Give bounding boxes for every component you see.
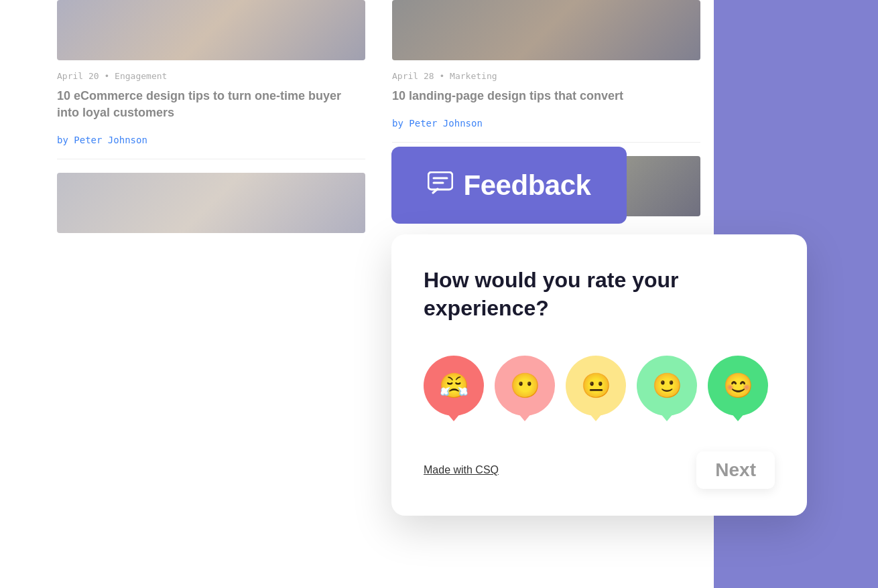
emoji-very-satisfied[interactable]: 😊 xyxy=(708,356,768,416)
blog-post-3-preview xyxy=(57,173,365,233)
emoji-satisfied[interactable]: 🙂 xyxy=(637,356,697,416)
blog-author-2: by Peter Johnson xyxy=(392,118,700,129)
modal-question: How would you rate your experience? xyxy=(424,267,775,322)
blog-left-column: April 20 • Engagement 10 eCommerce desig… xyxy=(44,0,379,588)
next-button[interactable]: Next xyxy=(696,451,775,489)
blog-title-1: 10 eCommerce design tips to turn one-tim… xyxy=(57,88,365,121)
emoji-rating-row: 😤 😶 😐 🙂 😊 xyxy=(424,356,775,416)
divider-2 xyxy=(392,142,700,143)
made-with-link[interactable]: Made with CSQ xyxy=(424,464,499,476)
blog-post-1: April 20 • Engagement 10 eCommerce desig… xyxy=(57,0,365,159)
emoji-neutral[interactable]: 😐 xyxy=(566,356,626,416)
blog-image-1 xyxy=(57,0,365,60)
blog-meta-1: April 20 • Engagement xyxy=(57,71,365,81)
feedback-label: Feedback xyxy=(464,169,591,202)
emoji-very-dissatisfied[interactable]: 😤 xyxy=(424,356,484,416)
blog-author-1: by Peter Johnson xyxy=(57,135,365,145)
blog-image-2 xyxy=(392,0,700,60)
blog-post-2: April 28 • Marketing 10 landing-page des… xyxy=(392,0,700,143)
feedback-modal: How would you rate your experience? 😤 😶 … xyxy=(391,234,807,516)
modal-footer: Made with CSQ Next xyxy=(424,451,775,489)
feedback-chat-icon xyxy=(428,171,453,200)
feedback-button[interactable]: Feedback xyxy=(391,147,627,224)
blog-image-3 xyxy=(57,173,365,233)
blog-meta-2: April 28 • Marketing xyxy=(392,71,700,81)
svg-rect-0 xyxy=(428,172,452,190)
blog-title-2: 10 landing-page design tips that convert xyxy=(392,88,700,104)
emoji-dissatisfied[interactable]: 😶 xyxy=(495,356,555,416)
divider-1 xyxy=(57,159,365,159)
